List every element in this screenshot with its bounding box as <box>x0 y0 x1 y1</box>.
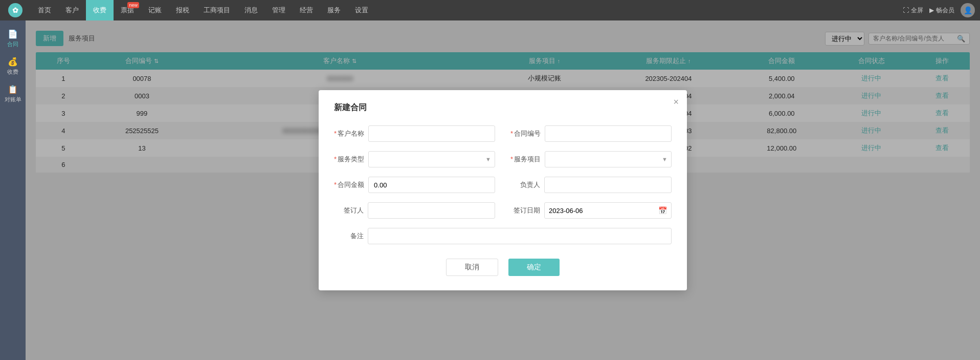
modal-title: 新建合同 <box>334 102 672 113</box>
modal-form: *客户名称 *合同编号 *服务类型 <box>334 125 672 244</box>
responsible-label: 负责人 <box>510 180 540 189</box>
sidebar-item-duizhangdan[interactable]: 📋 对账单 <box>0 80 26 108</box>
modal-overlay: 新建合同 × *客户名称 *合同编号 <box>26 20 980 360</box>
calendar-icon[interactable]: 📅 <box>654 206 671 215</box>
customer-name-row: *客户名称 <box>334 125 495 142</box>
signer-row: 签订人 <box>334 202 495 219</box>
fullscreen-button[interactable]: ⛶ 全屏 <box>903 6 923 15</box>
nav-item-guanli[interactable]: 管理 <box>265 0 293 20</box>
modal-footer: 取消 确定 <box>334 259 672 276</box>
nav-item-baoshui[interactable]: 报税 <box>169 0 196 20</box>
cancel-button[interactable]: 取消 <box>446 259 498 276</box>
sign-date-row: 签订日期 📅 <box>510 202 672 219</box>
notes-row: 备注 <box>334 228 672 244</box>
service-item-label: *服务项目 <box>510 155 541 164</box>
notes-label: 备注 <box>334 231 364 241</box>
confirm-button[interactable]: 确定 <box>508 259 560 276</box>
signer-input[interactable] <box>368 202 495 219</box>
sign-date-label: 签订日期 <box>510 206 540 215</box>
nav-item-xiaoxi[interactable]: 消息 <box>237 0 265 20</box>
statement-icon: 📋 <box>8 84 18 94</box>
nav-item-jingying[interactable]: 经营 <box>293 0 320 20</box>
contract-no-row: *合同编号 <box>510 125 672 142</box>
contract-no-label: *合同编号 <box>510 129 541 138</box>
sidebar-item-hetong[interactable]: 📄 合同 <box>0 25 26 52</box>
layout: 📄 合同 💰 收费 📋 对账单 新增 服务项目 进行中 全部 已结束 <box>0 20 980 360</box>
sign-date-wrapper: 📅 <box>544 202 672 219</box>
contract-amount-input[interactable] <box>368 177 495 193</box>
responsible-row: 负责人 <box>510 177 672 193</box>
avatar[interactable]: 👤 <box>961 3 975 17</box>
nav-item-customer[interactable]: 客户 <box>58 0 86 20</box>
nav-item-gongshang[interactable]: 工商项目 <box>196 0 237 20</box>
sign-date-input[interactable] <box>545 204 654 218</box>
sidebar-item-shoufei[interactable]: 💰 收费 <box>0 52 26 80</box>
service-item-row: *服务项目 ▼ <box>510 151 672 167</box>
service-item-select[interactable] <box>545 151 672 167</box>
service-type-select-wrapper: ▼ <box>368 151 495 167</box>
member-icon: ▶ <box>929 7 934 14</box>
nav-item-shezhi[interactable]: 设置 <box>348 0 375 20</box>
app-logo: ✿ <box>5 0 26 20</box>
fee-icon: 💰 <box>8 56 18 67</box>
modal-close-button[interactable]: × <box>673 97 679 107</box>
customer-label: *客户名称 <box>334 129 364 138</box>
customer-name-input[interactable] <box>368 125 495 142</box>
service-type-select[interactable] <box>368 151 495 167</box>
nav-item-shoufei[interactable]: 收费 <box>86 0 114 20</box>
contract-amount-label: *合同金额 <box>334 180 364 189</box>
nav-item-jizhang[interactable]: 记账 <box>141 0 169 20</box>
new-badge: new <box>127 2 139 8</box>
fullscreen-icon: ⛶ <box>903 7 909 14</box>
nav-item-home[interactable]: 首页 <box>31 0 58 20</box>
contract-no-input[interactable] <box>545 125 672 142</box>
contract-icon: 📄 <box>8 29 18 39</box>
service-type-row: *服务类型 ▼ <box>334 151 495 167</box>
nav-item-piaoju[interactable]: 票据 new <box>114 0 141 20</box>
member-button[interactable]: ▶ 畅会员 <box>929 6 954 15</box>
responsible-input[interactable] <box>544 177 672 193</box>
notes-input[interactable] <box>368 228 672 244</box>
main-content: 新增 服务项目 进行中 全部 已结束 🔍 序号 <box>26 20 980 360</box>
nav-item-fuwu[interactable]: 服务 <box>320 0 348 20</box>
sidebar: 📄 合同 💰 收费 📋 对账单 <box>0 20 26 360</box>
top-nav: ✿ 首页 客户 收费 票据 new 记账 报税 工商项目 消息 管理 经营 服务… <box>0 0 980 20</box>
nav-right: ⛶ 全屏 ▶ 畅会员 👤 <box>903 3 975 17</box>
new-contract-modal: 新建合同 × *客户名称 *合同编号 <box>319 90 687 290</box>
signer-label: 签订人 <box>334 206 364 215</box>
logo-icon: ✿ <box>8 3 23 17</box>
contract-amount-row: *合同金额 <box>334 177 495 193</box>
service-item-select-wrapper: ▼ <box>545 151 672 167</box>
service-type-label: *服务类型 <box>334 155 364 164</box>
